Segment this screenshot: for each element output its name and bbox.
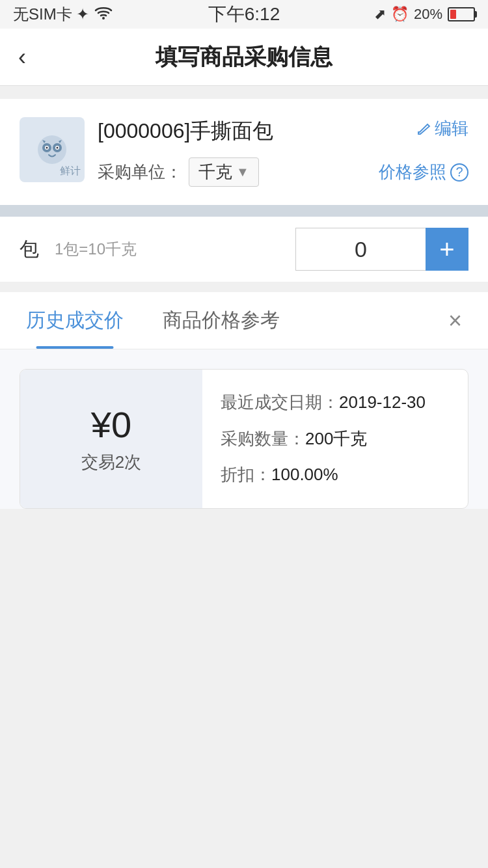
product-name: [0000006]手撕面包 <box>98 117 273 146</box>
status-bar: 无SIM卡 ✦ 下午6:12 ⬈ ⏰ 20% <box>0 0 488 29</box>
status-carrier: 无SIM卡 ✦ <box>13 4 113 25</box>
section-divider <box>0 205 488 217</box>
location-icon: ⬈ <box>374 6 386 23</box>
quantity-row: 包 1包=10千克 0 + <box>0 217 488 282</box>
discount-label: 折扣： <box>221 465 271 484</box>
battery-percent: 20% <box>414 6 442 23</box>
product-thumb-text: 鲜计 <box>60 165 81 178</box>
date-value: 2019-12-30 <box>339 392 426 412</box>
quantity-unit-label: 包 <box>20 236 39 263</box>
qty-label: 采购数量： <box>221 429 305 448</box>
quantity-input-group: 0 + <box>295 228 468 271</box>
chevron-down-icon: ▼ <box>236 165 249 180</box>
page-title: 填写商品采购信息 <box>156 42 332 72</box>
product-thumbnail: 鲜计 <box>20 117 85 182</box>
wifi-icon <box>94 5 113 23</box>
transaction-price: ¥0 <box>91 403 131 446</box>
svg-point-6 <box>46 147 48 149</box>
status-time: 下午6:12 <box>208 2 280 27</box>
info-icon: ? <box>450 163 468 182</box>
back-button[interactable]: ‹ <box>18 44 26 71</box>
panel-tabs: 历史成交价 商品价格参考 × <box>0 292 488 349</box>
transaction-date-row: 最近成交日期：2019-12-30 <box>221 389 450 416</box>
transaction-qty-row: 采购数量：200千克 <box>221 426 450 453</box>
quantity-hint: 1包=10千克 <box>55 239 137 260</box>
price-panel: 历史成交价 商品价格参考 × ¥0 交易2次 最近成交日期：2019-12-30… <box>0 292 488 509</box>
discount-value: 100.00% <box>271 465 338 484</box>
quantity-plus-button[interactable]: + <box>426 228 468 271</box>
svg-point-1 <box>38 135 66 164</box>
status-right-group: ⬈ ⏰ 20% <box>374 6 475 23</box>
transaction-details: 最近成交日期：2019-12-30 采购数量：200千克 折扣：100.00% <box>202 370 468 508</box>
transaction-card: ¥0 交易2次 最近成交日期：2019-12-30 采购数量：200千克 折扣：… <box>20 369 468 509</box>
svg-point-0 <box>102 17 105 20</box>
transaction-discount-row: 折扣：100.00% <box>221 461 450 489</box>
transaction-count: 交易2次 <box>81 451 141 474</box>
quantity-input[interactable]: 0 <box>295 228 426 271</box>
nav-bar: ‹ 填写商品采购信息 <box>0 29 488 86</box>
panel-close-button[interactable]: × <box>442 301 468 341</box>
transaction-price-area: ¥0 交易2次 <box>20 370 202 508</box>
qty-value: 200千克 <box>305 429 367 448</box>
product-info: [0000006]手撕面包 编辑 采购单位： 千克 ▼ 价格参照 ? <box>98 117 468 187</box>
unit-label: 采购单位： <box>98 161 182 183</box>
tab-product-price-ref[interactable]: 商品价格参考 <box>156 292 286 349</box>
carrier-text: 无SIM卡 ✦ <box>13 4 89 25</box>
svg-point-7 <box>57 147 59 149</box>
alarm-icon: ⏰ <box>391 6 409 23</box>
battery-icon <box>448 7 475 21</box>
price-ref-button[interactable]: 价格参照 ? <box>379 161 468 183</box>
edit-button[interactable]: 编辑 <box>418 117 468 140</box>
unit-select[interactable]: 千克 ▼ <box>189 157 259 187</box>
date-label: 最近成交日期： <box>221 392 339 412</box>
tab-history-price[interactable]: 历史成交价 <box>20 292 130 349</box>
product-card: 鲜计 [0000006]手撕面包 编辑 采购单位： 千克 ▼ 价格参照 ? <box>0 99 488 205</box>
footer-space <box>0 528 488 854</box>
